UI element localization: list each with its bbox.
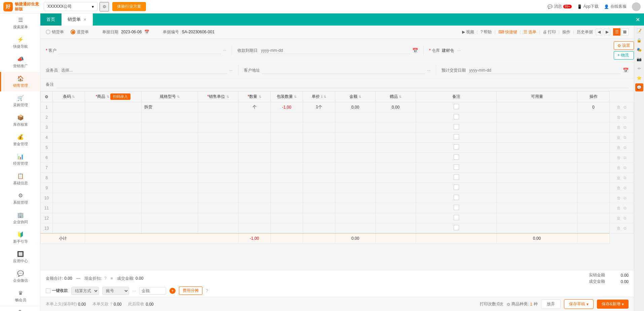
row-spec[interactable] (198, 132, 238, 143)
operate-btn[interactable]: 操作 (562, 29, 570, 35)
row-gift[interactable] (416, 112, 497, 122)
add-payment-btn[interactable]: + (169, 288, 176, 294)
select-btn[interactable]: ☰ 选单 (524, 29, 536, 35)
date-calendar-icon[interactable]: 📅 (144, 30, 149, 34)
th-settings[interactable]: ⚙ (41, 91, 53, 102)
sidebar-item-quick-nav[interactable]: ⚡ 快捷导航 (0, 33, 40, 52)
gift-checkbox[interactable] (454, 174, 459, 180)
user-avatar[interactable] (632, 2, 641, 11)
row-unit[interactable] (238, 213, 271, 223)
sidebar-item-member[interactable]: ♛ 畅会员 (0, 286, 40, 306)
row-remark[interactable] (497, 153, 577, 163)
salesperson-dots[interactable]: ··· (229, 68, 233, 73)
row-qty[interactable] (271, 223, 303, 234)
row-barcode[interactable] (85, 132, 142, 143)
discount-help-icon[interactable]: ? (104, 276, 107, 281)
delete-icon[interactable]: 🗑 (617, 176, 621, 180)
delete-icon[interactable]: 🗑 (617, 226, 621, 231)
expected-calendar-icon[interactable]: 📅 (623, 68, 629, 73)
sidebar-settings-btn[interactable]: ⚙ (0, 306, 40, 311)
row-qty[interactable] (271, 163, 303, 173)
row-settings[interactable] (53, 153, 85, 163)
delete-icon[interactable]: 🗑 (617, 115, 621, 120)
row-pkg[interactable] (303, 143, 335, 153)
rt-btn-4[interactable]: 📷 (635, 55, 643, 63)
addr-dots[interactable]: ··· (427, 68, 430, 73)
tab-home[interactable]: 首页 (40, 13, 62, 26)
row-qty[interactable] (271, 143, 303, 153)
print-btn[interactable]: 🖨 打印 (543, 29, 556, 35)
row-qty[interactable] (271, 173, 303, 183)
settings-icon-btn[interactable]: ⚙ (100, 2, 109, 11)
row-gift[interactable] (416, 153, 497, 163)
row-product[interactable] (142, 193, 198, 203)
scan-button[interactable]: 扫码录入 (110, 93, 130, 100)
row-settings[interactable] (53, 112, 85, 122)
sidebar-item-system[interactable]: ⚙ 系统管理 (0, 189, 40, 208)
row-product[interactable] (142, 223, 198, 234)
gift-checkbox[interactable] (454, 205, 459, 210)
row-amount[interactable] (376, 122, 416, 132)
row-remark[interactable] (497, 213, 577, 223)
gift-checkbox[interactable] (454, 164, 459, 170)
gift-checkbox[interactable] (454, 114, 459, 119)
copy-icon[interactable]: ⧉ (623, 135, 627, 140)
sidebar-item-basic[interactable]: 📋 基础信息 (0, 169, 40, 189)
row-pkg[interactable] (303, 112, 335, 122)
row-unit[interactable] (238, 163, 271, 173)
row-remark[interactable] (497, 183, 577, 193)
delete-icon[interactable]: 🗑 (617, 155, 621, 160)
gift-checkbox[interactable] (454, 154, 459, 160)
row-settings[interactable] (53, 122, 85, 132)
row-pkg[interactable] (303, 183, 335, 193)
prev-arrow[interactable]: ◀ (596, 29, 602, 35)
row-gift[interactable] (416, 132, 497, 143)
sidebar-item-operations[interactable]: 📊 经营管理 (0, 150, 40, 169)
customer-addr-input[interactable] (262, 67, 425, 74)
row-unit[interactable] (238, 173, 271, 183)
copy-icon[interactable]: ⧉ (623, 216, 627, 221)
gift-checkbox[interactable] (454, 225, 459, 230)
sidebar-item-inventory[interactable]: 📦 库存核算 (0, 111, 40, 130)
row-product[interactable] (142, 122, 198, 132)
row-remark[interactable] (497, 132, 577, 143)
sidebar-item-apps[interactable]: 🔲 应用中心 (0, 247, 40, 267)
rt-btn-5[interactable]: ✏ (635, 65, 643, 73)
row-barcode[interactable] (85, 153, 142, 163)
fee-split-btn[interactable]: 费用分摊 (179, 286, 202, 295)
row-unit[interactable] (238, 122, 271, 132)
row-barcode[interactable] (85, 183, 142, 193)
notes-input[interactable] (56, 81, 629, 88)
row-amount[interactable] (376, 163, 416, 173)
row-spec[interactable] (198, 122, 238, 132)
sidebar-item-sales[interactable]: 🏠 销售管理 (0, 72, 40, 91)
rt-btn-7[interactable]: 💬 (635, 83, 643, 91)
row-price[interactable] (335, 213, 376, 223)
salesperson-input[interactable] (60, 67, 227, 74)
row-pkg[interactable] (303, 193, 335, 203)
help-btn[interactable]: ? 帮助 (481, 29, 492, 35)
row-spec[interactable] (198, 153, 238, 163)
row-settings[interactable] (53, 173, 85, 183)
next-arrow[interactable]: ▶ (604, 29, 610, 35)
row-settings[interactable] (53, 223, 85, 234)
row-price[interactable] (335, 223, 376, 234)
row-pkg[interactable]: 1个 (303, 102, 335, 112)
delete-icon[interactable]: 🗑 (617, 105, 621, 110)
grid-view-btn[interactable]: ⊞ (621, 28, 629, 36)
row-qty[interactable] (271, 122, 303, 132)
payment-amount-input[interactable] (139, 287, 166, 295)
copy-icon[interactable]: ⧉ (623, 145, 627, 150)
row-barcode[interactable] (85, 163, 142, 173)
row-price[interactable] (335, 132, 376, 143)
row-settings[interactable] (53, 183, 85, 193)
row-barcode[interactable] (85, 112, 142, 122)
message-btn[interactable]: 💬 消息 99+ (547, 4, 572, 9)
row-price[interactable] (335, 122, 376, 132)
row-barcode[interactable] (85, 122, 142, 132)
radio-return[interactable]: 退货单 (71, 29, 89, 35)
row-remark[interactable] (497, 112, 577, 122)
delete-icon[interactable]: 🗑 (617, 165, 621, 170)
payment-dots[interactable]: ··· (132, 288, 136, 293)
price-info-icon[interactable]: ℹ (321, 94, 323, 99)
